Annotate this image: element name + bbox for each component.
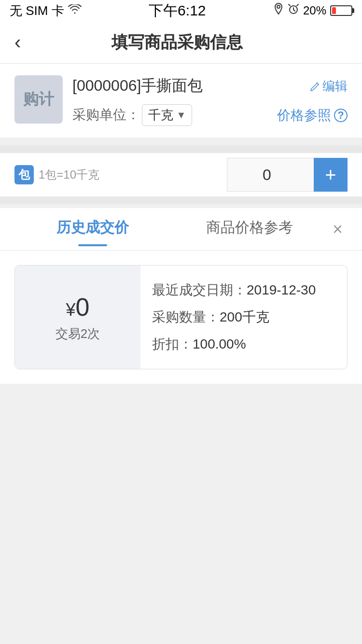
- wifi-icon: [68, 3, 82, 18]
- price-card: ¥0 交易2次 最近成交日期：2019-12-30 采购数量：200千克 折扣：…: [14, 265, 348, 369]
- tab-content: ¥0 交易2次 最近成交日期：2019-12-30 采购数量：200千克 折扣：…: [0, 251, 362, 384]
- currency-symbol: ¥: [66, 300, 76, 320]
- quantity-row: 包 1包=10千克 +: [0, 153, 362, 196]
- nav-bar: ‹ 填写商品采购信息: [0, 21, 362, 64]
- quantity-input[interactable]: [227, 158, 314, 192]
- product-name: [0000006]手撕面包: [72, 75, 203, 97]
- product-row: 购计 [0000006]手撕面包 编辑 采购单位：: [14, 75, 348, 126]
- unit-label-group: 采购单位： 千克 ▼: [72, 104, 192, 126]
- tabs-close-button[interactable]: ×: [328, 214, 348, 244]
- price-amount: ¥0: [66, 293, 90, 322]
- recent-date-label: 最近成交日期：: [152, 282, 247, 297]
- price-card-left: ¥0 交易2次: [15, 266, 140, 369]
- alarm-icon: [288, 3, 299, 18]
- price-value: 0: [76, 293, 90, 321]
- status-right: 20%: [273, 3, 352, 18]
- product-info: [0000006]手撕面包 编辑 采购单位： 千克 ▼: [72, 75, 348, 126]
- price-reference-button[interactable]: 价格参照 ?: [277, 106, 348, 125]
- dropdown-arrow-icon: ▼: [176, 110, 186, 121]
- recent-date-row: 最近成交日期：2019-12-30: [152, 280, 335, 300]
- quantity-input-group: +: [227, 158, 348, 192]
- purchase-quantity-row: 采购数量：200千克: [152, 307, 335, 327]
- back-button[interactable]: ‹: [14, 27, 26, 58]
- unit-label: 采购单位：: [72, 107, 140, 122]
- discount-row: 折扣：100.00%: [152, 334, 335, 354]
- status-time: 下午6:12: [149, 1, 206, 21]
- sim-text: 无 SIM 卡: [10, 2, 64, 19]
- battery-icon: [330, 5, 352, 16]
- tab-history-label: 历史成交价: [56, 219, 129, 235]
- price-trades: 交易2次: [56, 325, 100, 342]
- recent-date-value: 2019-12-30: [247, 282, 316, 297]
- battery-percent: 20%: [303, 4, 326, 17]
- tab-price-reference[interactable]: 商品价格参考: [171, 218, 327, 240]
- section-divider-2: [0, 196, 362, 204]
- page-title: 填写商品采购信息: [26, 31, 328, 54]
- product-logo: 购计: [23, 89, 54, 110]
- discount-label: 折扣：: [152, 336, 193, 351]
- unit-selector[interactable]: 千克 ▼: [142, 104, 192, 126]
- section-divider: [0, 145, 362, 153]
- product-thumbnail: 购计: [14, 75, 63, 124]
- product-unit-row: 采购单位： 千克 ▼ 价格参照 ?: [72, 104, 348, 126]
- tab-history-price[interactable]: 历史成交价: [14, 218, 171, 240]
- info-icon: ?: [334, 109, 348, 122]
- location-icon: [273, 3, 284, 18]
- status-bar: 无 SIM 卡 下午6:12 20%: [0, 0, 362, 21]
- price-ref-label: 价格参照: [277, 106, 331, 125]
- main-content: 购计 [0000006]手撕面包 编辑 采购单位：: [0, 64, 362, 644]
- purchase-quantity-value: 200千克: [220, 309, 269, 324]
- product-header: [0000006]手撕面包 编辑: [72, 75, 348, 97]
- product-section: 购计 [0000006]手撕面包 编辑 采购单位：: [0, 64, 362, 138]
- tabs-section: 历史成交价 商品价格参考 × ¥0 交易2次 最近成交日期：2019-12-30: [0, 208, 362, 384]
- quantity-unit-group: 包 1包=10千克: [14, 165, 99, 184]
- unit-value: 千克: [148, 107, 173, 124]
- tabs-header: 历史成交价 商品价格参考 ×: [0, 208, 362, 251]
- unit-icon: 包: [14, 165, 34, 184]
- tab-reference-label: 商品价格参考: [206, 219, 293, 235]
- svg-point-0: [277, 5, 280, 8]
- purchase-quantity-label: 采购数量：: [152, 309, 220, 324]
- discount-value: 100.00%: [193, 336, 246, 351]
- price-card-right: 最近成交日期：2019-12-30 采购数量：200千克 折扣：100.00%: [140, 266, 347, 369]
- edit-button[interactable]: 编辑: [310, 78, 348, 95]
- edit-icon: [310, 81, 320, 91]
- status-left: 无 SIM 卡: [10, 2, 82, 19]
- unit-conversion: 1包=10千克: [39, 167, 99, 182]
- quantity-plus-button[interactable]: +: [314, 158, 348, 192]
